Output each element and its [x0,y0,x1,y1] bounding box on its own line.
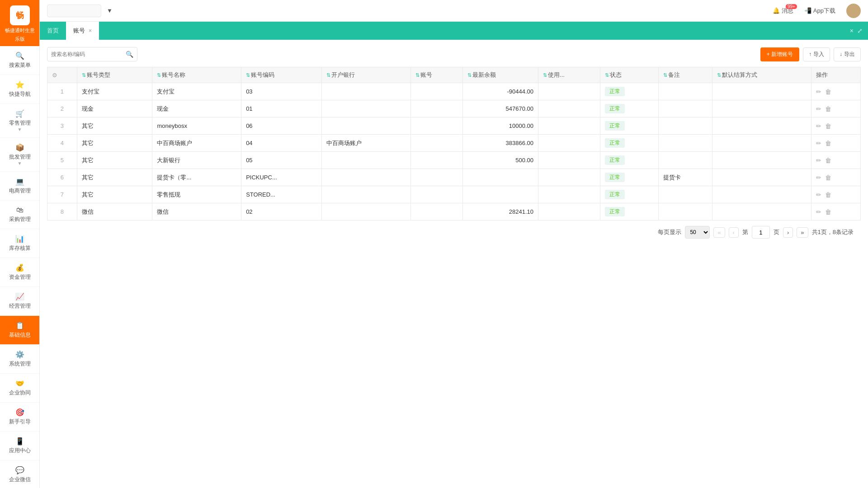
sidebar-item-basic-info[interactable]: 📋 基础信息 [0,316,39,345]
cell-balance: 383866.00 [463,135,538,152]
edit-icon[interactable]: ✏ [816,157,821,164]
new-account-button[interactable]: + 新增账号 [760,47,799,61]
tab-expand-icon[interactable]: ⤢ [857,27,863,34]
tab-close-all-icon[interactable]: × [850,27,854,34]
cell-name: 中百商场账户 [152,135,241,152]
tab-home[interactable]: 首页 [40,22,66,40]
edit-icon[interactable]: ✏ [816,191,821,198]
tab-account[interactable]: 账号 × [66,22,99,40]
page-input[interactable] [752,226,770,239]
sidebar-item-search-menu[interactable]: 🔍 搜索菜单 [0,46,39,75]
th-remark[interactable]: ⇅备注 [658,67,712,83]
cell-type: 其它 [77,186,152,203]
sidebar-item-quick-nav[interactable]: ⭐ 快捷导航 [0,75,39,104]
delete-icon[interactable]: 🗑 [825,140,831,147]
messages-button[interactable]: 🔔 消息 99+ [773,7,793,15]
th-usage[interactable]: ⇅使用... [538,67,600,83]
sidebar-item-retail-mgmt[interactable]: 🛒 零售管理 ▼ [0,104,39,138]
edit-icon[interactable]: ✏ [816,122,821,130]
delete-icon[interactable]: 🗑 [825,174,831,181]
cell-action: ✏ 🗑 [811,186,860,203]
purchase-mgmt-icon: 🛍 [16,206,24,214]
edit-icon[interactable]: ✏ [816,105,821,113]
sidebar-item-system-mgmt[interactable]: ⚙️ 系统管理 [0,345,39,374]
cell-type: 支付宝 [77,83,152,100]
delete-icon[interactable]: 🗑 [825,191,831,198]
sidebar-item-enterprise-wechat-label: 企业微信 [9,476,31,483]
cell-usage [538,117,600,135]
delete-icon[interactable]: 🗑 [825,122,831,130]
cell-account [410,117,462,135]
search-input[interactable] [51,51,126,57]
sidebar-item-app-center[interactable]: 📱 应用中心 [0,432,39,460]
cell-bank [322,186,411,203]
cell-name: 提货卡（零... [152,169,241,186]
tab-bar: 首页 账号 × × ⤢ [40,22,868,40]
user-avatar[interactable] [846,4,861,18]
sidebar-item-enterprise-agreement[interactable]: 🤝 企业协同 [0,374,39,403]
tab-account-label: 账号 [73,27,85,35]
top-search-input[interactable] [47,5,101,17]
delete-icon[interactable]: 🗑 [825,157,831,164]
tab-account-close[interactable]: × [89,28,92,34]
cell-usage [538,186,600,203]
sidebar-item-wholesale-mgmt[interactable]: 📦 批发管理 ▼ [0,138,39,172]
cell-action: ✏ 🗑 [811,100,860,117]
cell-bank [322,169,411,186]
delete-icon[interactable]: 🗑 [825,208,831,216]
sidebar-item-operations-mgmt[interactable]: 📈 经营管理 [0,287,39,316]
per-page-select[interactable]: 50 100 200 [685,226,710,239]
first-page-button[interactable]: « [713,227,725,238]
sidebar-item-enterprise-wechat[interactable]: 💬 企业微信 [0,460,39,488]
cell-name: 现金 [152,100,241,117]
cell-status: 正常 [600,203,658,221]
edit-icon[interactable]: ✏ [816,88,821,95]
edit-icon[interactable]: ✏ [816,208,821,216]
inventory-icon: 📊 [15,235,24,243]
th-balance[interactable]: ⇅最新余额 [463,67,538,83]
next-page-button[interactable]: › [783,227,793,238]
top-bar: ▼ 🔔 消息 99+ 📲 App下载 [40,0,868,22]
gear-icon: ⚙ [52,72,57,79]
retail-mgmt-icon: 🛒 [15,109,24,118]
edit-icon[interactable]: ✏ [816,140,821,147]
delete-icon[interactable]: 🗑 [825,105,831,113]
th-status[interactable]: ⇅状态 [600,67,658,83]
th-type[interactable]: ⇅账号类型 [77,67,152,83]
sidebar-item-purchase-mgmt[interactable]: 🛍 采购管理 [0,201,39,229]
app-download-button[interactable]: 📲 App下载 [804,7,835,15]
cell-usage [538,83,600,100]
logo-text: 畅捷通时生意 [5,27,35,34]
table-row: 7 其它 零售抵现 STORED... 正常 ✏ 🗑 [47,186,861,203]
sidebar-item-finance-mgmt[interactable]: 💰 资金管理 [0,258,39,287]
top-bar-left: ▼ [47,5,113,17]
export-button[interactable]: ↓ 导出 [834,47,861,61]
th-account[interactable]: ⇅账号 [410,67,462,83]
sidebar-item-inventory-label: 库存核算 [9,244,31,252]
th-default-settle[interactable]: ⇅默认结算方式 [712,67,811,83]
export-label: 导出 [844,51,855,58]
cell-usage [538,152,600,169]
sidebar-item-newbie-guide[interactable]: 🎯 新手引导 [0,403,39,432]
sidebar-item-enterprise-agreement-label: 企业协同 [9,389,31,397]
sidebar-item-ecommerce-mgmt[interactable]: 💻 电商管理 [0,172,39,201]
cell-status: 正常 [600,152,658,169]
cell-num: 8 [47,203,77,221]
prev-page-button[interactable]: ‹ [729,227,739,238]
top-bar-right: 🔔 消息 99+ 📲 App下载 [773,4,861,18]
dropdown-button[interactable]: ▼ [107,7,113,14]
th-bank[interactable]: ⇅开户银行 [322,67,411,83]
sidebar-item-inventory[interactable]: 📊 库存核算 [0,229,39,258]
delete-icon[interactable]: 🗑 [825,88,831,95]
edit-icon[interactable]: ✏ [816,174,821,181]
th-code[interactable]: ⇅账号编码 [241,67,322,83]
cell-name: 支付宝 [152,83,241,100]
tab-bar-actions: × ⤢ [850,27,868,34]
cell-status: 正常 [600,186,658,203]
version-text: 乐版 [15,36,25,42]
th-name[interactable]: ⇅账号名称 [152,67,241,83]
import-button[interactable]: ↑ 导入 [803,47,830,61]
sidebar-item-search-menu-label: 搜索菜单 [9,61,31,69]
last-page-button[interactable]: » [797,227,808,238]
messages-count: 99+ [786,4,797,9]
